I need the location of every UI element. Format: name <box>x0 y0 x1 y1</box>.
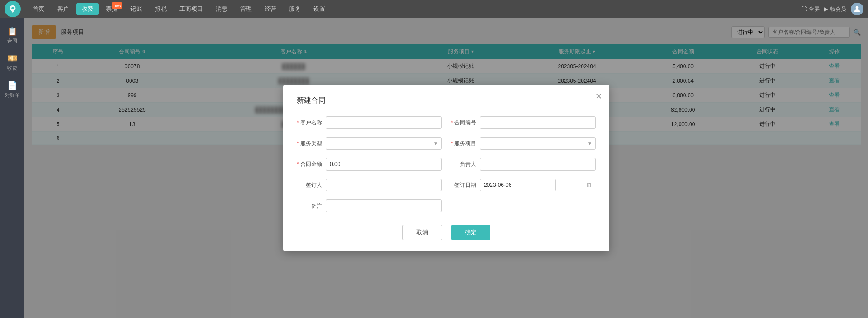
form-row-4: 签订人 签订日期 🗓 <box>297 179 596 191</box>
responsible-label: 负责人 <box>451 161 476 168</box>
confirm-button[interactable]: 确定 <box>451 225 490 240</box>
sidebar-item-statement[interactable]: 📄 对账单 <box>1 77 24 102</box>
statement-icon: 📄 <box>7 81 17 90</box>
new-badge: new <box>112 2 122 9</box>
content-area: 新增 服务项目 进行中 已完成 已终止 🔍 序号 合同编号 客户名称 服务项目 … <box>24 18 868 318</box>
sign-date-wrap: 🗓 <box>480 179 596 191</box>
sign-date-group: 签订日期 🗓 <box>451 179 596 191</box>
fullscreen-icon: ⛶ <box>801 6 807 12</box>
sign-date-input[interactable] <box>480 179 556 191</box>
notes-label: 备注 <box>297 202 322 210</box>
nav-home[interactable]: 首页 <box>27 3 50 15</box>
cancel-button[interactable]: 取消 <box>402 225 442 240</box>
nav-settings[interactable]: 设置 <box>308 3 331 15</box>
nav-business[interactable]: 工商项目 <box>174 3 208 15</box>
svg-point-0 <box>11 7 14 9</box>
responsible-input[interactable] <box>480 158 596 171</box>
notes-group: 备注 <box>297 199 442 212</box>
form-row-1: 客户名称 合同编号 <box>297 116 596 129</box>
vip-label: 畅会员 <box>830 5 846 13</box>
sidebar-statement-label: 对账单 <box>5 92 20 99</box>
modal-overlay: ✕ 新建合同 客户名称 合同编号 服务类型 <box>24 18 868 318</box>
contract-no-label: 合同编号 <box>451 119 476 127</box>
vip-button[interactable]: ▶ 畅会员 <box>824 5 846 13</box>
vip-icon: ▶ <box>824 6 828 12</box>
form-row-3: 合同金额 负责人 <box>297 158 596 171</box>
service-type-select-wrap: ▼ <box>326 137 442 150</box>
sidebar-billing-label: 收费 <box>7 65 17 71</box>
nav-billing[interactable]: 收费 <box>76 3 99 15</box>
left-sidebar: 📋 合同 💴 收费 📄 对账单 <box>0 18 24 318</box>
signer-label: 签订人 <box>297 181 322 189</box>
nav-service[interactable]: 服务 <box>284 3 306 15</box>
calendar-icon: 🗓 <box>586 182 592 189</box>
billing-icon: 💴 <box>7 53 17 63</box>
new-contract-modal: ✕ 新建合同 客户名称 合同编号 服务类型 <box>283 85 609 251</box>
responsible-group: 负责人 <box>451 158 596 171</box>
sidebar-item-billing[interactable]: 💴 收费 <box>1 50 24 75</box>
contract-amount-group: 合同金额 <box>297 158 442 171</box>
modal-title: 新建合同 <box>297 96 596 105</box>
notes-input[interactable] <box>326 199 442 212</box>
sidebar-contract-label: 合同 <box>7 38 17 44</box>
signer-input[interactable] <box>326 179 442 191</box>
fullscreen-button[interactable]: ⛶ 全屏 <box>801 5 820 13</box>
contract-amount-input[interactable] <box>326 158 442 171</box>
contract-amount-label: 合同金额 <box>297 161 322 168</box>
signer-group: 签订人 <box>297 179 442 191</box>
top-nav-right: ⛶ 全屏 ▶ 畅会员 <box>801 3 863 15</box>
contract-no-group: 合同编号 <box>451 116 596 129</box>
customer-name-input[interactable] <box>326 116 442 129</box>
service-item-group: 服务项目 ▼ <box>451 137 596 150</box>
nav-manage[interactable]: 管理 <box>235 3 257 15</box>
service-item-select-wrap: ▼ <box>480 137 596 150</box>
service-type-label: 服务类型 <box>297 140 322 147</box>
nav-items: 首页 客户 收费 票据 new 记账 报税 工商项目 消息 管理 经营 服务 设… <box>27 3 801 15</box>
svg-point-1 <box>856 6 859 9</box>
nav-customer[interactable]: 客户 <box>52 3 74 15</box>
app-logo <box>5 1 21 17</box>
form-row-2: 服务类型 ▼ 服务项目 ▼ <box>297 137 596 150</box>
contract-icon: 📋 <box>7 26 17 36</box>
contract-no-input[interactable] <box>480 116 596 129</box>
modal-close-button[interactable]: ✕ <box>595 91 602 101</box>
nav-tax[interactable]: 报税 <box>149 3 172 15</box>
service-type-group: 服务类型 ▼ <box>297 137 442 150</box>
nav-bookkeeping[interactable]: 记账 <box>125 3 148 15</box>
nav-message[interactable]: 消息 <box>210 3 233 15</box>
service-type-select[interactable] <box>326 137 442 150</box>
nav-operations[interactable]: 经营 <box>259 3 282 15</box>
user-avatar[interactable] <box>851 3 863 15</box>
customer-name-group: 客户名称 <box>297 116 442 129</box>
top-navigation: 首页 客户 收费 票据 new 记账 报税 工商项目 消息 管理 经营 服务 设… <box>0 0 868 18</box>
sign-date-label: 签订日期 <box>451 181 476 189</box>
main-area: 📋 合同 💴 收费 📄 对账单 新增 服务项目 进行中 已完成 已终止 🔍 <box>0 18 868 318</box>
service-item-select[interactable] <box>480 137 596 150</box>
form-row-5: 备注 <box>297 199 596 212</box>
fullscreen-label: 全屏 <box>809 5 820 13</box>
sidebar-item-contract[interactable]: 📋 合同 <box>1 23 24 48</box>
customer-name-label: 客户名称 <box>297 119 322 127</box>
service-item-label: 服务项目 <box>451 140 476 147</box>
modal-footer: 取消 确定 <box>297 225 596 240</box>
nav-invoice[interactable]: 票据 new <box>101 3 123 15</box>
